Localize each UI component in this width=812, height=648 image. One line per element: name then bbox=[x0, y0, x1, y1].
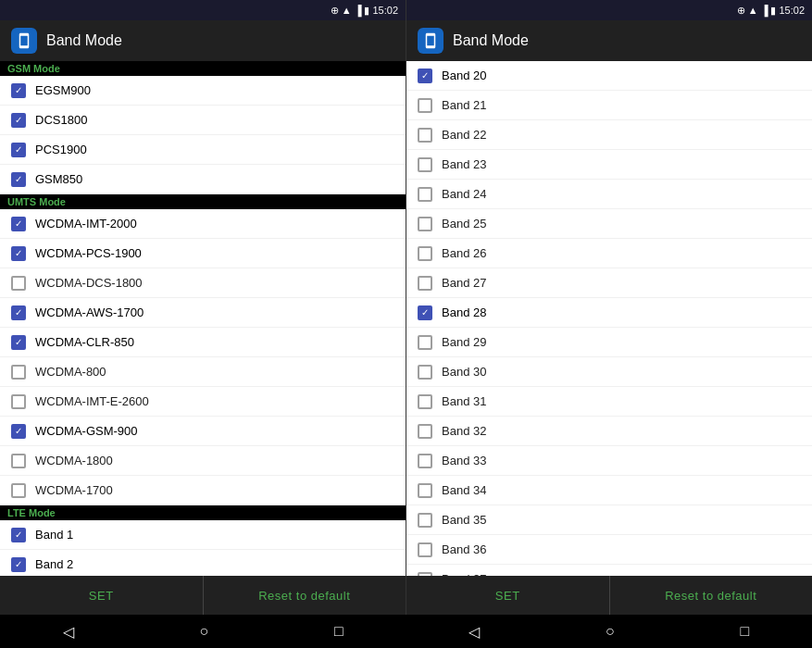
checkbox-band31[interactable] bbox=[418, 394, 432, 409]
back-button[interactable]: ◁ bbox=[44, 617, 93, 646]
list-item-wcdma-1700[interactable]: WCDMA-1700 bbox=[0, 476, 406, 505]
list-item-wcdma-1800[interactable]: WCDMA-1800 bbox=[0, 446, 406, 476]
list-item-pcs1900[interactable]: PCS1900 bbox=[0, 135, 406, 165]
label-band28: Band 28 bbox=[442, 305, 486, 319]
status-icons-right: ⊕ ▲ ▐ ▮ 15:02 bbox=[737, 5, 805, 17]
recent-button[interactable]: □ bbox=[316, 617, 362, 646]
checkbox-egsm900[interactable] bbox=[11, 83, 26, 98]
list-item-wcdma-aws-1700[interactable]: WCDMA-AWS-1700 bbox=[0, 298, 406, 328]
label-band25: Band 25 bbox=[442, 217, 486, 231]
list-item-band29[interactable]: Band 29 bbox=[406, 328, 812, 357]
checkbox-gsm850[interactable] bbox=[11, 172, 26, 187]
checkbox-band36[interactable] bbox=[418, 542, 432, 557]
label-egsm900: EGSM900 bbox=[35, 83, 91, 97]
content-right[interactable]: Band 20 Band 21 Band 22 Band 23 Band 24 … bbox=[406, 61, 812, 576]
checkbox-band30[interactable] bbox=[418, 365, 432, 380]
list-item-band31[interactable]: Band 31 bbox=[406, 387, 812, 417]
list-item-dcs1800[interactable]: DCS1800 bbox=[0, 106, 406, 135]
checkbox-pcs1900[interactable] bbox=[11, 143, 26, 157]
checkbox-band34[interactable] bbox=[418, 483, 432, 498]
checkbox-band20[interactable] bbox=[418, 69, 432, 83]
label-wcdma-dcs-1800: WCDMA-DCS-1800 bbox=[35, 276, 143, 290]
list-item-band34[interactable]: Band 34 bbox=[406, 476, 812, 505]
reset-button-left[interactable]: Reset to default bbox=[203, 576, 406, 615]
list-item-band26[interactable]: Band 26 bbox=[406, 239, 812, 268]
list-item-band25[interactable]: Band 25 bbox=[406, 209, 812, 239]
checkbox-band2[interactable] bbox=[11, 557, 26, 572]
list-item-gsm850[interactable]: GSM850 bbox=[0, 165, 406, 194]
time-left: 15:02 bbox=[372, 5, 398, 16]
label-wcdma-1700: WCDMA-1700 bbox=[35, 483, 113, 497]
list-item-band24[interactable]: Band 24 bbox=[406, 180, 812, 209]
list-item-band2[interactable]: Band 2 bbox=[0, 550, 406, 576]
checkbox-band24[interactable] bbox=[418, 187, 432, 202]
list-item-wcdma-clr-850[interactable]: WCDMA-CLR-850 bbox=[0, 328, 406, 357]
checkbox-band29[interactable] bbox=[418, 335, 432, 350]
list-item-wcdma-dcs-1800[interactable]: WCDMA-DCS-1800 bbox=[0, 268, 406, 298]
checkbox-wcdma-1800[interactable] bbox=[11, 454, 26, 468]
list-item-band20[interactable]: Band 20 bbox=[406, 61, 812, 91]
checkbox-band23[interactable] bbox=[418, 157, 432, 172]
status-bars: ⊕ ▲ ▐ ▮ 15:02 ⊕ ▲ ▐ ▮ 15:02 bbox=[0, 0, 812, 20]
checkbox-dcs1800[interactable] bbox=[11, 113, 26, 128]
list-item-band32[interactable]: Band 32 bbox=[406, 417, 812, 446]
label-wcdma-gsm-900: WCDMA-GSM-900 bbox=[35, 424, 138, 438]
checkbox-band33[interactable] bbox=[418, 454, 432, 468]
content-left[interactable]: GSM Mode EGSM900 DCS1800 PCS1900 GSM850 … bbox=[0, 61, 406, 576]
checkbox-band21[interactable] bbox=[418, 98, 432, 113]
checkbox-wcdma-dcs-1800[interactable] bbox=[11, 276, 26, 291]
list-item-wcdma-800[interactable]: WCDMA-800 bbox=[0, 357, 406, 387]
checkbox-wcdma-1700[interactable] bbox=[11, 483, 26, 498]
list-item-band22[interactable]: Band 22 bbox=[406, 120, 812, 150]
checkbox-wcdma-800[interactable] bbox=[11, 365, 26, 380]
list-item-egsm900[interactable]: EGSM900 bbox=[0, 76, 406, 106]
checkbox-band25[interactable] bbox=[418, 217, 432, 231]
label-band23: Band 23 bbox=[442, 157, 486, 171]
list-item-band35[interactable]: Band 35 bbox=[406, 505, 812, 535]
checkbox-band27[interactable] bbox=[418, 276, 432, 291]
panel-left: Band Mode GSM Mode EGSM900 DCS1800 PCS19… bbox=[0, 20, 406, 615]
list-item-wcdma-pcs-1900[interactable]: WCDMA-PCS-1900 bbox=[0, 239, 406, 268]
time-right: 15:02 bbox=[779, 5, 805, 16]
checkbox-band26[interactable] bbox=[418, 246, 432, 261]
list-item-band33[interactable]: Band 33 bbox=[406, 446, 812, 476]
list-item-wcdma-imt-2000[interactable]: WCDMA-IMT-2000 bbox=[0, 209, 406, 239]
list-item-wcdma-gsm-900[interactable]: WCDMA-GSM-900 bbox=[0, 417, 406, 446]
list-item-band30[interactable]: Band 30 bbox=[406, 357, 812, 387]
checkbox-band22[interactable] bbox=[418, 128, 432, 143]
app-icon-left bbox=[11, 28, 37, 54]
label-wcdma-imt-2000: WCDMA-IMT-2000 bbox=[35, 217, 137, 231]
checkbox-wcdma-aws-1700[interactable] bbox=[11, 305, 26, 320]
checkbox-band35[interactable] bbox=[418, 513, 432, 528]
list-item-band21[interactable]: Band 21 bbox=[406, 91, 812, 120]
checkbox-band32[interactable] bbox=[418, 424, 432, 439]
wifi-icon-r: ▲ bbox=[748, 5, 758, 16]
home-button-r[interactable]: ○ bbox=[587, 617, 633, 646]
title-bar-left: Band Mode bbox=[0, 20, 406, 61]
checkbox-wcdma-imt-e-2600[interactable] bbox=[11, 394, 26, 409]
label-band1: Band 1 bbox=[35, 528, 73, 542]
list-item-band37[interactable]: Band 37 bbox=[406, 565, 812, 576]
navigation-bar: ◁ ○ □ ◁ ○ □ bbox=[0, 615, 812, 648]
set-button-right[interactable]: SET bbox=[406, 576, 609, 615]
checkbox-wcdma-imt-2000[interactable] bbox=[11, 217, 26, 231]
recent-button-r[interactable]: □ bbox=[721, 617, 768, 646]
list-item-band28[interactable]: Band 28 bbox=[406, 298, 812, 328]
label-band36: Band 36 bbox=[442, 542, 486, 556]
checkbox-wcdma-clr-850[interactable] bbox=[11, 335, 26, 350]
checkbox-band1[interactable] bbox=[11, 528, 26, 542]
list-item-wcdma-imt-e-2600[interactable]: WCDMA-IMT-E-2600 bbox=[0, 387, 406, 417]
section-header-lte: LTE Mode bbox=[0, 505, 406, 520]
list-item-band36[interactable]: Band 36 bbox=[406, 535, 812, 565]
list-item-band1[interactable]: Band 1 bbox=[0, 520, 406, 550]
back-button-r[interactable]: ◁ bbox=[450, 617, 498, 646]
reset-button-right[interactable]: Reset to default bbox=[609, 576, 813, 615]
signal-icon-r: ▐ bbox=[761, 5, 768, 16]
list-item-band23[interactable]: Band 23 bbox=[406, 150, 812, 180]
checkbox-wcdma-pcs-1900[interactable] bbox=[11, 246, 26, 261]
home-button[interactable]: ○ bbox=[181, 617, 228, 646]
checkbox-wcdma-gsm-900[interactable] bbox=[11, 424, 26, 439]
set-button-left[interactable]: SET bbox=[0, 576, 203, 615]
checkbox-band28[interactable] bbox=[418, 305, 432, 320]
list-item-band27[interactable]: Band 27 bbox=[406, 268, 812, 298]
